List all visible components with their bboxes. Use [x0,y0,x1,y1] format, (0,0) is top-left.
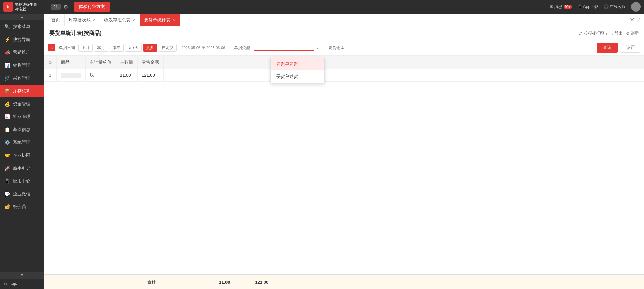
refresh-icon: ↻ [626,31,629,36]
gear-icon[interactable]: ⚙ [48,60,52,65]
sidebar-item-search[interactable]: 🔍 搜索菜单 [0,20,44,33]
finance-icon: 💰 [4,101,10,107]
basic-icon: 📋 [4,127,10,133]
sidebar-scroll-down[interactable]: ▼ [0,272,44,279]
date-btn-last-month[interactable]: 上月 [78,44,93,52]
cell-product [57,69,86,82]
th-qty: 主数量 [116,56,138,69]
sidebar-item-purchase[interactable]: 🛒 采购管理 [0,72,44,85]
sidebar-scroll-up[interactable]: ▲ [0,14,44,20]
date-label: 单据日期 [59,45,75,51]
footer-total-qty: 11.00 [219,280,230,285]
appcenter-icon: 📱 [4,178,10,184]
th-extra [164,56,644,69]
type-input[interactable] [254,44,314,51]
member-icon: 👑 [4,204,10,210]
phone-icon: 📱 [577,4,582,9]
logo-text: 畅捷通好生意 标准版 [15,2,37,12]
filter-toggle-button[interactable]: » [48,44,55,51]
sidebar-item-enterprise[interactable]: 🤝 企业协同 [0,149,44,162]
page-title: 要货单统计表(按商品) [49,30,102,37]
tab-order-stats[interactable]: 要货单统计表 ✕ [140,14,180,26]
tab-receive-summary[interactable]: 收发存汇总表 ✕ [100,14,140,26]
th-amount: 零售金额 [138,56,164,69]
sidebar-item-appcenter[interactable]: 📱 应用中心 [0,175,44,187]
app-download[interactable]: 📱 App下载 [577,4,598,10]
avatar[interactable] [631,2,641,12]
query-button[interactable]: 查询 [597,43,618,53]
cell-amount: 121.00 [138,69,164,82]
print-button[interactable]: 🖨 按模板打印 [579,30,608,36]
sidebar-item-marketing[interactable]: 📣 营销推广 [0,46,44,59]
sidebar-item-finance[interactable]: 💰 资金管理 [0,97,44,110]
type-label: 单据类型 [234,45,250,51]
tab-home[interactable]: 首页 [47,14,65,26]
sidebar-items: 🔍 搜索菜单 ⚡ 快捷导航 📣 营销推广 📊 销售管理 🛒 采购管理 📦 [0,20,44,272]
settings-icon[interactable]: ⚙ [63,4,68,10]
settings-bottom-icon[interactable]: ⚙ [4,282,8,286]
print-chevron-down-icon [605,31,608,36]
date-btn-7days[interactable]: 近7天 [125,44,142,52]
guide-icon: 🚀 [4,165,10,171]
sidebar-item-sales[interactable]: 📊 销售管理 [0,59,44,72]
export-button[interactable]: ↓ 导出 [612,30,623,36]
content-area: 首页 库存批次账 ✕ 收发存汇总表 ✕ 要货单统计表 ✕ ✕ ⤢ 要货单统计表(… [44,14,644,289]
refresh-button[interactable]: ↻ 刷新 [626,30,639,36]
tab-expand[interactable]: ⤢ [636,17,641,23]
date-btn-this-year[interactable]: 本年 [110,44,124,52]
sidebar-item-guide[interactable]: 🚀 新手引导 [0,162,44,175]
product-placeholder [61,73,81,78]
print-icon: 🖨 [579,31,583,36]
sidebar-item-member[interactable]: 👑 畅会员 [0,200,44,213]
collapse-icon[interactable]: ◀▶ [11,282,17,286]
system-icon: ⚙️ [4,139,10,146]
tab-bar: 首页 库存批次账 ✕ 收发存汇总表 ✕ 要货单统计表 ✕ ✕ ⤢ [44,14,644,26]
type-chevron-up-icon[interactable] [316,45,319,50]
quicknav-icon: ⚡ [4,37,10,43]
sidebar-item-wechat[interactable]: 💬 企业微信 [0,187,44,200]
dropdown-item-order-goods[interactable]: 要货单要货 [271,57,324,70]
th-unit: 主计量单位 [86,56,116,69]
tab-close-inventory-batch[interactable]: ✕ [93,18,96,22]
export-icon: ↓ [612,31,614,36]
enterprise-icon: 🤝 [4,152,10,158]
online-service[interactable]: 🎧 在线客服 [604,4,626,10]
topbar-number: 41 [51,4,61,10]
filter-bar: » 单据日期 上月 本月 本年 近7天 更多 自定义 2023-05-06 至 … [44,40,644,56]
message-icon: ✉ [550,4,553,9]
date-btn-more[interactable]: 更多 [143,44,157,52]
cell-extra [164,69,644,82]
sidebar-item-operation[interactable]: 📈 经营管理 [0,110,44,123]
filter-more-icon[interactable]: ··· [587,44,592,51]
tab-bar-right: ✕ ⤢ [630,17,641,23]
headset-icon: 🎧 [604,4,609,9]
trial-button[interactable]: 体验行业方案 [74,2,110,12]
table-row: 1 块 11.00 121.00 [44,69,644,82]
tab-inventory-batch[interactable]: 库存批次账 ✕ [65,14,100,26]
table-wrap: ⚙ 商品 主计量单位 主数量 零售金额 1 块 [44,56,644,274]
date-btn-custom[interactable]: 自定义 [159,44,177,52]
tab-close-all[interactable]: ✕ [630,17,634,23]
tab-close-order-stats[interactable]: ✕ [172,18,175,22]
message-area[interactable]: ✉ 消息 99+ [550,4,572,10]
sidebar-item-system[interactable]: ⚙️ 系统管理 [0,136,44,149]
date-buttons: 上月 本月 本年 近7天 更多 自定义 [78,44,177,52]
date-btn-this-month[interactable]: 本月 [94,44,108,52]
set-button[interactable]: 设置 [621,43,640,53]
th-gear[interactable]: ⚙ [44,56,57,69]
th-product: 商品 [57,56,86,69]
warehouse-label: 要货仓库 [328,45,344,51]
page-header: 要货单统计表(按商品) 🖨 按模板打印 ↓ 导出 ↻ 刷新 [44,26,644,40]
sidebar-item-basic[interactable]: 📋 基础信息 [0,123,44,136]
footer-total-amount: 121.00 [255,280,269,285]
message-badge: 99+ [564,5,572,9]
dropdown-item-order-return[interactable]: 要货单退货 [271,70,324,83]
tab-close-receive-summary[interactable]: ✕ [133,18,136,22]
sidebar-item-inventory[interactable]: 📦 库存核算 [0,85,44,97]
cell-qty: 11.00 [116,69,138,82]
date-range-display: 2023-05-06 至 2023-06-06 [182,45,225,50]
operation-icon: 📈 [4,114,10,120]
cell-index: 1 [44,69,57,82]
search-icon: 🔍 [4,24,10,30]
sidebar-item-quicknav[interactable]: ⚡ 快捷导航 [0,33,44,46]
